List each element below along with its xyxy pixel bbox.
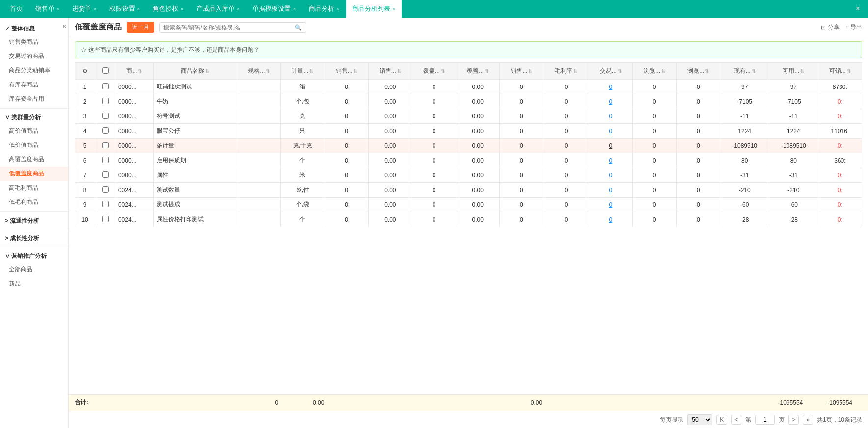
row-transaction[interactable]: 0: [589, 94, 632, 109]
row-transaction[interactable]: 0: [589, 80, 632, 94]
col-browse2[interactable]: 浏览...⇅: [677, 63, 720, 80]
row-transaction[interactable]: 0: [589, 109, 632, 124]
sidebar-collapse-icon[interactable]: «: [62, 22, 66, 29]
search-icon[interactable]: 🔍: [295, 24, 302, 31]
sidebar-item-low-margin[interactable]: 低毛利商品: [0, 195, 68, 209]
row-transaction[interactable]: 0: [589, 124, 632, 139]
nav-sales-close[interactable]: ×: [56, 6, 59, 12]
row-checkbox[interactable]: [95, 124, 115, 139]
row-checkbox[interactable]: [95, 198, 115, 212]
row-transaction[interactable]: 0: [589, 198, 632, 212]
sidebar-item-inventory-capital[interactable]: 库存资金占用: [0, 92, 68, 106]
row-transaction[interactable]: 0: [589, 168, 632, 183]
sidebar-group-marketing[interactable]: ∨ 营销推广分析: [0, 249, 68, 262]
sidebar-item-high-value[interactable]: 高价值商品: [0, 124, 68, 138]
col-browse1[interactable]: 浏览...⇅: [632, 63, 676, 80]
col-unit[interactable]: 计量...⇅: [281, 63, 325, 80]
sidebar-item-low-coverage[interactable]: 低覆盖度商品: [0, 167, 68, 181]
nav-goods-analysis-list[interactable]: 商品分析列表 ×: [346, 0, 401, 18]
nav-purchase-close[interactable]: ×: [93, 6, 96, 12]
row-checkbox[interactable]: [95, 168, 115, 183]
sidebar-item-high-margin[interactable]: 高毛利商品: [0, 181, 68, 195]
total-coverage: 0.00: [531, 399, 542, 406]
nav-template-settings[interactable]: 单据模板设置 ×: [246, 0, 301, 18]
row-transaction[interactable]: 0: [589, 212, 632, 227]
row-transaction[interactable]: 0: [589, 139, 632, 153]
nav-purchase[interactable]: 进货单 ×: [66, 0, 102, 18]
row-select-checkbox[interactable]: [102, 142, 108, 148]
nav-goods-analysis-close[interactable]: ×: [336, 6, 339, 12]
row-coverage1: 0: [412, 153, 456, 168]
row-select-checkbox[interactable]: [102, 201, 108, 207]
row-transaction[interactable]: 0: [589, 183, 632, 198]
time-filter-button[interactable]: 近一月: [127, 22, 154, 33]
col-code[interactable]: 商...⇅: [115, 63, 153, 80]
col-checkbox[interactable]: [95, 63, 115, 80]
next-page-button[interactable]: >: [788, 415, 799, 425]
sidebar-item-sales-goods[interactable]: 销售类商品: [0, 35, 68, 49]
last-page-button[interactable]: »: [803, 415, 813, 425]
sidebar-group-flow[interactable]: > 流通性分析: [0, 214, 68, 227]
sidebar-group-growth[interactable]: > 成长性分析: [0, 231, 68, 245]
col-sales-amount[interactable]: 销售...⇅: [368, 63, 412, 80]
col-available-stock[interactable]: 可用...⇅: [769, 63, 818, 80]
select-all-checkbox[interactable]: [102, 67, 108, 74]
nav-permission-close[interactable]: ×: [137, 6, 140, 12]
row-checkbox[interactable]: [95, 80, 115, 94]
sidebar-item-in-stock[interactable]: 有库存商品: [0, 78, 68, 92]
col-settings[interactable]: ⚙: [75, 63, 95, 80]
sidebar-group-overall[interactable]: ✓ 整体信息 «: [0, 22, 68, 35]
row-spec: [237, 183, 281, 198]
nav-template-close[interactable]: ×: [293, 6, 296, 12]
nav-finished-goods-close[interactable]: ×: [237, 6, 240, 12]
row-select-checkbox[interactable]: [102, 83, 108, 89]
nav-permission[interactable]: 权限设置 ×: [104, 0, 146, 18]
per-page-select[interactable]: 50 10 20 100: [687, 414, 712, 425]
nav-goods-analysis[interactable]: 商品分析 ×: [303, 0, 345, 18]
sidebar-item-low-value[interactable]: 低价值商品: [0, 138, 68, 152]
row-checkbox[interactable]: [95, 109, 115, 124]
row-checkbox[interactable]: [95, 139, 115, 153]
col-spec[interactable]: 规格...⇅: [237, 63, 281, 80]
nav-finished-goods[interactable]: 产成品入库单 ×: [190, 0, 245, 18]
sidebar-item-new-goods[interactable]: 新品: [0, 277, 68, 291]
row-select-checkbox[interactable]: [102, 157, 108, 163]
row-select-checkbox[interactable]: [102, 127, 108, 134]
share-button[interactable]: ⊡ 分享: [821, 23, 840, 31]
first-page-button[interactable]: K: [716, 415, 727, 425]
row-select-checkbox[interactable]: [102, 113, 108, 119]
row-checkbox[interactable]: [95, 94, 115, 109]
sidebar-item-traded-goods[interactable]: 交易过的商品: [0, 49, 68, 63]
col-coverage2[interactable]: 覆盖...⇅: [456, 63, 500, 80]
col-name[interactable]: 商品名称⇅: [153, 63, 237, 80]
col-coverage1[interactable]: 覆盖...⇅: [412, 63, 456, 80]
col-gross-margin[interactable]: 毛利率⇅: [543, 63, 589, 80]
row-checkbox[interactable]: [95, 183, 115, 198]
nav-home[interactable]: 首页: [4, 0, 28, 18]
col-sellable[interactable]: 可销...⇅: [818, 63, 862, 80]
col-current-stock[interactable]: 现有...⇅: [720, 63, 769, 80]
row-checkbox[interactable]: [95, 212, 115, 227]
col-transaction[interactable]: 交易...⇅: [589, 63, 632, 80]
nav-role[interactable]: 角色授权 ×: [147, 0, 189, 18]
window-close-button[interactable]: ×: [852, 4, 864, 13]
row-checkbox[interactable]: [95, 153, 115, 168]
sidebar-item-high-coverage[interactable]: 高覆盖度商品: [0, 152, 68, 167]
sidebar-item-all-goods[interactable]: 全部商品: [0, 262, 68, 277]
prev-page-button[interactable]: <: [731, 415, 741, 425]
search-input[interactable]: [163, 24, 292, 31]
row-transaction[interactable]: 0: [589, 153, 632, 168]
nav-goods-analysis-list-close[interactable]: ×: [392, 6, 395, 12]
nav-role-close[interactable]: ×: [180, 6, 183, 12]
page-input[interactable]: [755, 415, 775, 425]
export-button[interactable]: ↑ 导出: [845, 23, 862, 31]
row-select-checkbox[interactable]: [102, 98, 108, 104]
col-sales-count[interactable]: 销售...⇅: [325, 63, 368, 80]
sidebar-item-category-rate[interactable]: 商品分类动销率: [0, 63, 68, 78]
row-select-checkbox[interactable]: [102, 186, 108, 193]
row-select-checkbox[interactable]: [102, 216, 108, 222]
col-sales-other[interactable]: 销售...⇅: [500, 63, 543, 80]
nav-sales[interactable]: 销售单 ×: [29, 0, 65, 18]
row-select-checkbox[interactable]: [102, 171, 108, 178]
sidebar-group-cluster[interactable]: ∨ 类群量分析: [0, 111, 68, 124]
